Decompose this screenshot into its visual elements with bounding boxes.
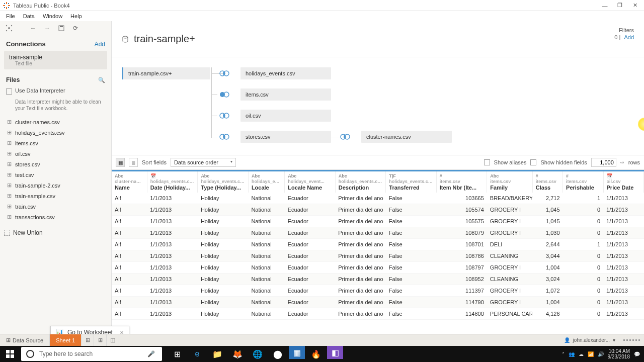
- user-dropdown-icon[interactable]: ▾: [613, 337, 615, 343]
- file-item[interactable]: ⊞items.csv: [2, 138, 109, 148]
- table-row[interactable]: Alf1/1/2013HolidayNationalEcuadorPrimer …: [112, 250, 644, 262]
- new-union-button[interactable]: New Union: [0, 226, 111, 239]
- add-filter-link[interactable]: Add: [624, 34, 634, 40]
- table-row[interactable]: Alf1/1/2013HolidayNationalEcuadorPrimer …: [112, 239, 644, 250]
- forward-icon[interactable]: →: [43, 24, 51, 32]
- column-header[interactable]: 📅oil.csvPrice Date: [603, 171, 643, 193]
- onedrive-icon[interactable]: ☁: [579, 351, 584, 357]
- table-row[interactable]: Alf1/1/2013HolidayNationalEcuadorPrimer …: [112, 204, 644, 216]
- node-oil[interactable]: oil.csv: [240, 110, 331, 122]
- data-grid[interactable]: Abccluster-names...Name📅holidays_events.…: [112, 171, 644, 351]
- table-row[interactable]: Alf1/1/2013HolidayNationalEcuadorPrimer …: [112, 227, 644, 239]
- menu-data[interactable]: Data: [19, 12, 39, 20]
- user-name[interactable]: john.alexander...: [573, 337, 610, 343]
- rows-arrow-icon[interactable]: ⇨: [620, 160, 624, 165]
- join-oil-icon[interactable]: [218, 113, 230, 119]
- file-item[interactable]: ⊞train-sample-2.csv: [2, 180, 109, 191]
- edge-icon[interactable]: e: [188, 346, 206, 362]
- taskbar-search[interactable]: Type here to search 🎤: [21, 347, 162, 361]
- table-row[interactable]: Alf1/1/2013HolidayNationalEcuadorPrimer …: [112, 193, 644, 204]
- grid-view-button[interactable]: ▦: [116, 158, 125, 167]
- app-icon-3[interactable]: 🔥: [307, 346, 325, 362]
- explorer-icon[interactable]: 📁: [208, 346, 226, 362]
- hidden-checkbox[interactable]: [530, 159, 536, 165]
- task-view-icon[interactable]: ⊞: [168, 346, 186, 362]
- join-cluster-icon[interactable]: [339, 134, 351, 140]
- tray-up-icon[interactable]: ˄: [562, 351, 565, 357]
- menu-file[interactable]: File: [2, 12, 19, 20]
- tab-data-source[interactable]: ⊞ Data Source: [0, 334, 50, 346]
- table-row[interactable]: Alf1/1/2013HolidayNationalEcuadorPrimer …: [112, 308, 644, 320]
- join-items-icon[interactable]: [218, 92, 230, 98]
- table-row[interactable]: Alf1/1/2013HolidayNationalEcuadorPrimer …: [112, 285, 644, 297]
- notifications-icon[interactable]: 💬: [634, 351, 640, 357]
- menu-help[interactable]: Help: [66, 12, 86, 20]
- column-header[interactable]: Abcholidays_events.csvDescription: [335, 171, 386, 193]
- file-item[interactable]: ⊞train-sample.csv: [2, 191, 109, 201]
- mic-icon[interactable]: 🎤: [145, 350, 157, 357]
- column-header[interactable]: Abcholidays_event...Locale Name: [285, 171, 336, 193]
- new-dashboard-button[interactable]: ⊞: [94, 334, 107, 346]
- column-header[interactable]: #items.csvItem Nbr (Ite...: [436, 171, 487, 193]
- rows-input[interactable]: [591, 158, 616, 167]
- connection-item[interactable]: train-sample Text file: [4, 51, 107, 69]
- sort-select[interactable]: Data source order: [171, 158, 236, 167]
- node-stores[interactable]: stores.csv: [240, 131, 331, 143]
- node-cluster[interactable]: cluster-names.csv: [361, 131, 452, 143]
- app-icon-1[interactable]: ⬤: [269, 346, 287, 362]
- list-view-button[interactable]: ≣: [129, 158, 138, 167]
- file-item[interactable]: ⊞train.csv: [2, 201, 109, 212]
- volume-icon[interactable]: 🔊: [598, 351, 604, 357]
- wifi-icon[interactable]: 📶: [588, 351, 594, 357]
- table-row[interactable]: Alf1/1/2013HolidayNationalEcuadorPrimer …: [112, 274, 644, 285]
- chrome-icon[interactable]: 🌐: [249, 346, 267, 362]
- tab-sheet-1[interactable]: Sheet 1: [50, 334, 82, 346]
- column-header[interactable]: Abccluster-names...Name: [112, 171, 147, 193]
- datasource-title[interactable]: train-sample+: [134, 33, 195, 45]
- join-stores-icon[interactable]: [218, 134, 230, 140]
- table-row[interactable]: Alf1/1/2013HolidayNationalEcuadorPrimer …: [112, 216, 644, 227]
- new-story-button[interactable]: ◫: [107, 334, 119, 346]
- column-header[interactable]: #items.csvPerishable: [563, 171, 603, 193]
- column-header[interactable]: Abcitems.csvFamily: [487, 171, 532, 193]
- aliases-checkbox[interactable]: [484, 159, 490, 165]
- node-primary[interactable]: train-sample.csv+: [122, 67, 210, 79]
- view-controls[interactable]: [619, 334, 644, 346]
- column-header[interactable]: Abcholidays_events.csvType (Holiday...: [198, 171, 249, 193]
- file-item[interactable]: ⊞stores.csv: [2, 159, 109, 169]
- refresh-icon[interactable]: ⟳: [71, 24, 79, 32]
- save-icon[interactable]: [57, 24, 65, 32]
- file-item[interactable]: ⊞holidays_events.csv: [2, 127, 109, 138]
- system-tray[interactable]: ˄ 👥 ☁ 📶 🔊 10:04 AM 9/23/2018 💬: [558, 348, 645, 359]
- join-holidays-icon[interactable]: [218, 70, 230, 76]
- column-header[interactable]: 📅holidays_events.csvDate (Holiday...: [147, 171, 198, 193]
- interpreter-checkbox[interactable]: [6, 88, 12, 95]
- minimize-button[interactable]: —: [602, 3, 608, 9]
- new-worksheet-button[interactable]: ⊞: [82, 334, 94, 346]
- join-canvas[interactable]: train-sample.csv+ holidays_events.csv it…: [112, 57, 644, 155]
- people-icon[interactable]: 👥: [569, 351, 575, 357]
- node-items[interactable]: items.csv: [240, 88, 331, 101]
- close-button[interactable]: ✕: [632, 3, 638, 9]
- back-icon[interactable]: ←: [29, 24, 37, 32]
- search-files-icon[interactable]: 🔍: [98, 77, 105, 83]
- file-item[interactable]: ⊞cluster-names.csv: [2, 117, 109, 127]
- app-icon-2[interactable]: ▦: [289, 346, 305, 359]
- add-connection-link[interactable]: Add: [95, 41, 105, 48]
- column-header[interactable]: T|Fholidays_events.csvTransferred: [386, 171, 437, 193]
- node-holidays[interactable]: holidays_events.csv: [240, 67, 331, 79]
- app-icon-4[interactable]: ◧: [327, 346, 343, 359]
- start-button[interactable]: [0, 346, 20, 362]
- menu-window[interactable]: Window: [39, 12, 66, 20]
- column-header[interactable]: Abcholidays_events...Locale: [248, 171, 284, 193]
- table-row[interactable]: Alf1/1/2013HolidayNationalEcuadorPrimer …: [112, 297, 644, 308]
- file-item[interactable]: ⊞oil.csv: [2, 148, 109, 159]
- column-header[interactable]: #items.csvClass: [532, 171, 562, 193]
- file-item[interactable]: ⊞transactions.csv: [2, 212, 109, 222]
- file-item[interactable]: ⊞test.csv: [2, 169, 109, 180]
- firefox-icon[interactable]: 🦊: [228, 346, 247, 362]
- table-row[interactable]: Alf1/1/2013HolidayNationalEcuadorPrimer …: [112, 262, 644, 274]
- add-connection-icon[interactable]: [5, 24, 13, 32]
- maximize-button[interactable]: ❐: [617, 3, 623, 9]
- clock[interactable]: 10:04 AM 9/23/2018: [608, 348, 630, 359]
